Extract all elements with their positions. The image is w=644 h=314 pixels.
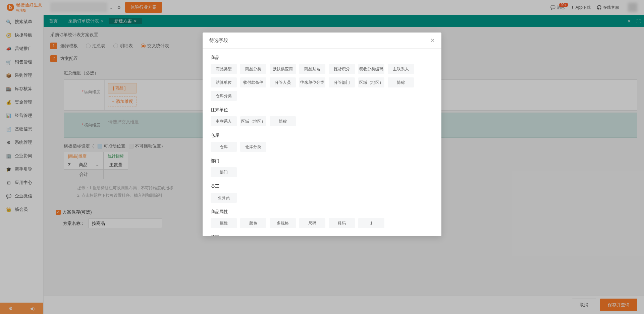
- field-tag[interactable]: 主联系人: [211, 116, 237, 126]
- field-group-4: 员工业务员: [211, 183, 433, 203]
- field-tag[interactable]: 默认供应商: [270, 64, 296, 74]
- field-tag[interactable]: 区域（地区）: [358, 77, 384, 87]
- field-group-6: 其它单据日期项目: [211, 234, 433, 236]
- field-tag[interactable]: 商品分类: [240, 64, 266, 74]
- modal-header: 待选字段 ✕: [203, 33, 441, 49]
- field-tag[interactable]: 业务员: [211, 193, 237, 203]
- field-tag[interactable]: 商品类型: [211, 64, 237, 74]
- field-tag[interactable]: 结算单位: [211, 77, 237, 87]
- field-tag[interactable]: 区域（地区）: [240, 116, 266, 126]
- modal-title: 待选字段: [209, 38, 228, 44]
- field-group-5: 商品属性属性颜色多规格尺码鞋码1: [211, 209, 433, 228]
- field-tag[interactable]: 1: [358, 218, 384, 228]
- field-tag[interactable]: 颜色: [240, 218, 266, 228]
- field-group-0: 商品商品类型商品分类默认供应商商品别名拣货积分税收分类编码主联系人结算单位收付款…: [211, 55, 433, 101]
- field-group-1: 往来单位主联系人区域（地区）简称: [211, 107, 433, 126]
- field-tag[interactable]: 分管人员: [270, 77, 296, 87]
- group-title: 商品属性: [211, 209, 433, 215]
- field-group-3: 部门部门: [211, 158, 433, 177]
- field-tag[interactable]: 税收分类编码: [358, 64, 384, 74]
- modal-body: 商品商品类型商品分类默认供应商商品别名拣货积分税收分类编码主联系人结算单位收付款…: [203, 49, 441, 236]
- field-tag[interactable]: 分管部门: [329, 77, 355, 87]
- field-tag[interactable]: 仓库分类: [240, 142, 266, 152]
- field-tag[interactable]: 往来单位分类: [299, 77, 325, 87]
- group-title: 员工: [211, 183, 433, 189]
- close-icon[interactable]: ✕: [430, 37, 435, 44]
- field-tag[interactable]: 收付款条件: [240, 77, 266, 87]
- group-title: 往来单位: [211, 107, 433, 113]
- field-tag[interactable]: 属性: [211, 218, 237, 228]
- field-tag[interactable]: 鞋码: [329, 218, 355, 228]
- field-tag[interactable]: 多规格: [270, 218, 296, 228]
- field-group-2: 仓库仓库仓库分类: [211, 132, 433, 152]
- field-tag[interactable]: 拣货积分: [329, 64, 355, 74]
- field-tag[interactable]: 商品别名: [299, 64, 325, 74]
- field-selector-modal: 待选字段 ✕ 商品商品类型商品分类默认供应商商品别名拣货积分税收分类编码主联系人…: [203, 33, 441, 236]
- field-tag[interactable]: 简称: [388, 77, 414, 87]
- group-title: 部门: [211, 158, 433, 164]
- group-title: 仓库: [211, 132, 433, 138]
- field-tag[interactable]: 部门: [211, 167, 237, 177]
- field-tag[interactable]: 主联系人: [388, 64, 414, 74]
- field-tag[interactable]: 简称: [270, 116, 296, 126]
- field-tag[interactable]: 仓库分类: [211, 91, 237, 101]
- group-title: 商品: [211, 55, 433, 61]
- group-title: 其它: [211, 234, 433, 236]
- field-tag[interactable]: 尺码: [299, 218, 325, 228]
- field-tag[interactable]: 仓库: [211, 142, 237, 152]
